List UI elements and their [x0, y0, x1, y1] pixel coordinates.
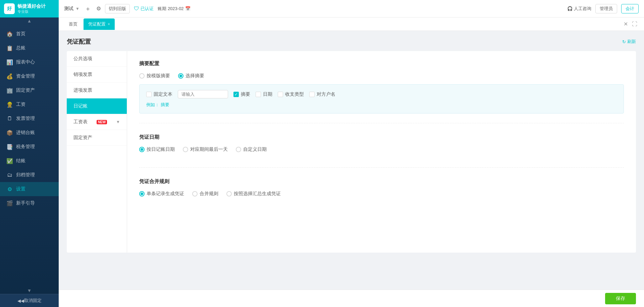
sidebar-label-settle: 结账 [16, 158, 25, 164]
radio-merge-rule-label: 合并规则 [200, 191, 218, 197]
sidebar-item-invoice[interactable]: 🗒 发票管理 [0, 112, 59, 126]
date-checkbox [256, 92, 261, 97]
radio-journal-date[interactable]: 按日记账日期 [139, 146, 175, 152]
merge-section-title: 凭证合并规则 [139, 178, 624, 185]
abstract-label: 摘要 [241, 91, 250, 97]
save-button[interactable]: 保存 [605, 293, 636, 304]
accountant-button[interactable]: 会计 [621, 4, 639, 13]
sidebar-item-home[interactable]: 🏠 首页 [0, 27, 59, 41]
expand-window-button[interactable]: ⛶ [631, 21, 639, 27]
config-panel: 摘要配置 按模版摘要 选择摘要 [127, 51, 636, 253]
guide-icon: 🎬 [7, 200, 13, 206]
checkbox-date[interactable]: 日期 [256, 91, 272, 97]
fixed-text-label: 固定文本 [154, 91, 172, 97]
certified-badge: 🛡 已认证 [134, 6, 154, 12]
sidebar-item-salary[interactable]: 👷 工资 [0, 97, 59, 112]
sidebar: 好 畅捷通好会计 专业版 ▲ 🏠 首页 📋 总账 📊 报表中心 💰 资金管理 🏢… [0, 0, 59, 307]
merge-radio-group: 单条记录生成凭证 合并规则 按照选择汇总生成凭证 [139, 191, 624, 197]
left-nav-journal[interactable]: 日记账 [67, 98, 127, 114]
logo-icon: 好 [4, 3, 15, 14]
left-nav-public[interactable]: 公共选项 [67, 51, 127, 67]
close-window-button[interactable]: ✕ [622, 21, 629, 27]
radio-merge-rule[interactable]: 合并规则 [192, 191, 218, 197]
radio-custom-date[interactable]: 自定义日期 [236, 146, 267, 152]
date-section: 凭证日期 按日记账日期 对应期间最后一天 自定义日期 [139, 134, 624, 168]
company-selector[interactable]: 测试 ▼ [64, 6, 79, 12]
sidebar-item-archive[interactable]: 🗂 归档管理 [0, 168, 59, 182]
fixed-text-input[interactable] [178, 90, 228, 98]
left-nav-payroll[interactable]: 工资表 NEW ▼ [67, 114, 127, 130]
sidebar-item-trade[interactable]: 📦 进销台账 [0, 126, 59, 140]
sidebar-item-tax[interactable]: 📑 税务管理 [0, 140, 59, 154]
cancel-fixed-button[interactable]: ◀◀ 取消固定 [0, 294, 59, 307]
left-nav-journal-label: 日记账 [73, 103, 88, 109]
radio-custom-date-circle [236, 147, 241, 152]
radio-summary-circle [226, 191, 232, 196]
radio-template-abstract[interactable]: 按模版摘要 [139, 73, 170, 79]
sidebar-label-reports: 报表中心 [16, 59, 35, 65]
radio-select-label: 选择摘要 [185, 73, 204, 79]
sidebar-scroll-up[interactable]: ▲ [0, 17, 59, 24]
sidebar-label-guide: 新手引导 [16, 200, 35, 206]
tab-close-icon[interactable]: × [108, 22, 110, 27]
sidebar-label-tax: 税务管理 [16, 144, 35, 150]
left-nav-purchase[interactable]: 进项发票 [67, 83, 127, 98]
example-value: 摘要 [161, 102, 169, 107]
sidebar-item-settle[interactable]: ✅ 结账 [0, 154, 59, 168]
checkbox-fixed-text[interactable]: 固定文本 [146, 91, 172, 97]
left-nav-fixed-assets[interactable]: 固定资产 [67, 130, 127, 146]
sidebar-label-archive: 归档管理 [16, 172, 35, 178]
period-value: 2023-02 [168, 6, 184, 11]
refresh-button[interactable]: ↻ 刷新 [622, 39, 636, 45]
sidebar-item-ledger[interactable]: 📋 总账 [0, 41, 59, 55]
sidebar-item-assets[interactable]: 🏢 固定资产 [0, 83, 59, 97]
counterpart-label: 对方户名 [317, 91, 335, 97]
add-button[interactable]: ＋ [84, 5, 92, 13]
radio-single[interactable]: 单条记录生成凭证 [139, 191, 184, 197]
main-layout: 公共选项 销项发票 进项发票 日记账 工资表 NEW ▼ 固定资产 [67, 51, 636, 253]
checkbox-abstract[interactable]: ✓ 摘要 [233, 91, 250, 97]
shield-icon: 🛡 [134, 6, 139, 12]
period-text: 账期 [158, 6, 166, 12]
left-nav-sales[interactable]: 销项发票 [67, 67, 127, 83]
radio-single-label: 单条记录生成凭证 [147, 191, 184, 197]
page-content: 凭证配置 ↻ 刷新 公共选项 销项发票 进项发票 日记账 [59, 31, 644, 307]
period-display: 账期 2023-02 📅 [158, 6, 191, 12]
left-nav-payroll-label: 工资表 [73, 119, 88, 125]
tab-voucher-label: 凭证配置 [88, 21, 106, 27]
tab-home[interactable]: 首页 [64, 18, 82, 30]
merge-section: 凭证合并规则 单条记录生成凭证 合并规则 按照选择汇总生成凭证 [139, 178, 624, 212]
manager-button[interactable]: 管理员 [595, 4, 617, 13]
settings-gear-icon[interactable]: ⚙ [96, 5, 101, 12]
radio-select-abstract[interactable]: 选择摘要 [178, 73, 204, 79]
headphone-icon: 🎧 [567, 6, 573, 11]
radio-period-last[interactable]: 对应期间最后一天 [183, 146, 228, 152]
sidebar-item-reports[interactable]: 📊 报表中心 [0, 55, 59, 69]
oldver-button[interactable]: 切到旧版 [105, 4, 130, 13]
abstract-section: 摘要配置 按模版摘要 选择摘要 [139, 60, 624, 123]
date-label: 日期 [263, 91, 272, 97]
left-nav-fixed-assets-label: 固定资产 [73, 135, 92, 141]
tab-voucher-config[interactable]: 凭证配置 × [84, 18, 115, 30]
sidebar-item-funds[interactable]: 💰 资金管理 [0, 69, 59, 83]
checkbox-pay-type[interactable]: 收支类型 [278, 91, 304, 97]
left-nav-sales-label: 销项发票 [73, 72, 92, 78]
pay-type-checkbox [278, 92, 283, 97]
counterpart-checkbox [309, 92, 315, 97]
cancel-fixed-label: 取消固定 [24, 298, 42, 304]
sidebar-scroll-down[interactable]: ▼ [0, 287, 59, 294]
sidebar-label-funds: 资金管理 [16, 73, 35, 79]
service-button[interactable]: 🎧 人工咨询 [567, 6, 591, 12]
abstract-example: 例如： 摘要 [146, 102, 617, 108]
sidebar-nav: 🏠 首页 📋 总账 📊 报表中心 💰 资金管理 🏢 固定资产 👷 工资 🗒 发票… [0, 24, 59, 287]
page-title-row: 凭证配置 ↻ 刷新 [67, 38, 636, 46]
tab-home-label: 首页 [69, 21, 77, 27]
radio-summary[interactable]: 按照选择汇总生成凭证 [226, 191, 281, 197]
radio-select-circle [178, 73, 183, 79]
sidebar-item-settings[interactable]: ⚙ 设置 [0, 182, 59, 196]
service-label: 人工咨询 [574, 6, 591, 12]
sidebar-item-guide[interactable]: 🎬 新手引导 [0, 196, 59, 210]
checkbox-counterpart[interactable]: 对方户名 [309, 91, 335, 97]
logo-text-group: 畅捷通好会计 专业版 [17, 3, 46, 14]
cancel-fixed-arrow: ◀◀ [17, 298, 24, 303]
